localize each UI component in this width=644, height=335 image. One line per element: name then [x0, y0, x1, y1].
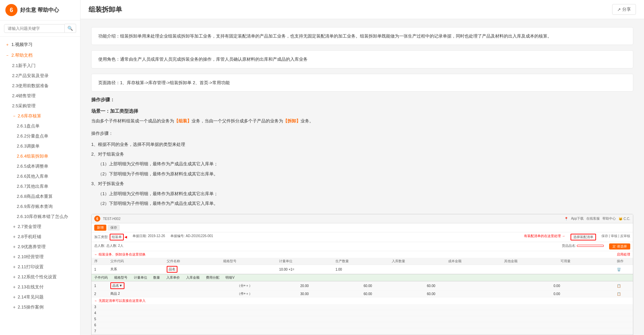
screenshot-container: 6 TEST-H002 📍 App下载 在线客服 帮助中心 🐱 C.C. 新增 … [91, 214, 633, 335]
mini-empty-row-1: 3 [92, 304, 633, 310]
sidebar-item-docs-2-3[interactable]: 2.3使用前数据准备 [0, 81, 80, 91]
mini-menu5: 🐱 C.C. [619, 217, 630, 221]
step2-sub2: （2）下部明细为子件明细，最终作为原材料生成其它出库单。 [98, 170, 633, 178]
search-input[interactable] [4, 24, 65, 33]
step2: 2、对于组装业务 [91, 150, 633, 158]
mini-select-bom: 选择装配清单 [571, 234, 596, 240]
sidebar-item-docs-2-6-8[interactable]: 2.6.8商品成本重算 [0, 191, 80, 202]
mini-tab-save[interactable]: 保存 [108, 225, 120, 231]
search-box: 🔍 [0, 20, 80, 37]
mini-sub-row-1: 1 品名▼ （分+＋） 20.00 60.00 60.00 0.00 📋 [92, 281, 633, 290]
step-list: 1、根据不同的业务，选择不同单据的类型来处理 2、对于组装业务 （1）上部明细为… [91, 141, 633, 208]
mini-brand: TEST-H002 [103, 217, 120, 221]
sidebar-item-docs-2-11[interactable]: ＋ 2.11打印设置 [0, 262, 80, 272]
sidebar-item-docs-2-4[interactable]: 2.4销售管理 [0, 91, 80, 101]
app-name: 好生意 帮助中心 [20, 7, 59, 14]
expand-icon-2-8: ＋ [12, 234, 16, 239]
step2-subs: （1）上部明细为父件明细，最终作为产成品生成其它入库单； （2）下部明细为子件明… [98, 160, 633, 178]
sidebar-item-docs-2-15[interactable]: ＋ 2.15操作案例 [0, 302, 80, 312]
sidebar-item-docs-2-10[interactable]: ＋ 2.10经营管理 [0, 252, 80, 262]
expand-icon-2-12: ＋ [12, 274, 16, 279]
app-logo: 6 [5, 4, 17, 16]
sidebar-item-docs-2-6-4[interactable]: 2.6.4组装拆卸单 [0, 151, 80, 161]
mini-menu1: 📍 [564, 217, 568, 221]
step3: 3、对于拆装业务 [91, 180, 633, 187]
mini-menu3: 在线客服 [586, 216, 600, 221]
nav-tree: ＋ 1.视频学习 － 2.帮助文档 2.1新手入门 2.2产品安装及登录 2.3… [0, 37, 80, 335]
mini-toolbar: 新增 保存 [92, 223, 633, 232]
mini-menu4: 帮助中心 [602, 216, 616, 221]
collapse-icon: － [5, 53, 9, 58]
expand-icon-2-11: ＋ [12, 264, 16, 269]
sidebar-item-docs-2-6-7[interactable]: 2.6.7其他出库单 [0, 181, 80, 191]
sidebar-item-docs-2-13[interactable]: ＋ 2.13在线支付 [0, 282, 80, 292]
expand-icon-2-9: ＋ [12, 244, 16, 249]
page-title: 组装拆卸单 [89, 5, 122, 14]
mini-form-header: 加工类型: 组装单 ◀ 单据日期: 2019-12-26 单据编号: AD-20… [92, 232, 633, 242]
annotation1: 有装配清单的在这里处理 → [524, 234, 565, 240]
mini-menu2: App下载 [571, 216, 584, 221]
mini-table-header: 序 父件代码 父件名称 规格型号 计量单位 生产数量 入库数量 成本金额 其他金… [92, 258, 633, 265]
mini-topbar: 6 TEST-H002 📍 App下载 在线客服 帮助中心 🐱 C.C. [92, 214, 633, 223]
expand-icon: ＋ [5, 42, 9, 48]
mini-tab-new[interactable]: 新增 [94, 225, 106, 231]
annotation-bottom: ← 无固定清单可以直接在这里录入 [92, 297, 633, 304]
sidebar-item-docs-2-1[interactable]: 2.1新手入门 [0, 61, 80, 71]
mini-processing-type: 组装单 [110, 234, 124, 240]
step2-sub1: （1）上部明细为父件明细，最终作为产成品生成其它入库单； [98, 160, 633, 168]
sidebar-item-docs[interactable]: － 2.帮助文档 [0, 50, 80, 61]
expand-icon-2-7: ＋ [12, 224, 16, 229]
mini-ui: 6 TEST-H002 📍 App下载 在线客服 帮助中心 🐱 C.C. 新增 … [92, 214, 633, 335]
expand-icon-2-10: ＋ [12, 254, 16, 259]
topbar: 组装拆卸单 ↗ 分享 [80, 0, 644, 19]
sidebar-item-docs-2-6-10[interactable]: 2.6.10库存账本错了怎么办 [0, 212, 80, 222]
sidebar-item-docs-2-14[interactable]: ＋ 2.14常见问题 [0, 292, 80, 302]
mini-type-arrow: ◀ [124, 235, 127, 239]
step3-sub1: （1）上部明细为父件明细，最终作为原材料生成其它出库单； [98, 190, 633, 198]
mini-empty-row-4: 6 [92, 322, 633, 328]
mini-form-header2: 总人数: 总人数: 2人 货品品名: 定 请选择 [92, 242, 633, 251]
sidebar-item-docs-2-7[interactable]: ＋ 2.7资金管理 [0, 222, 80, 232]
sidebar-item-docs-2-6-9[interactable]: 2.6.9库存账本查询 [0, 202, 80, 212]
mini-logo: 6 [94, 216, 100, 222]
share-button[interactable]: ↗ 分享 [612, 4, 636, 15]
mini-empty-row-2: 4 [92, 310, 633, 316]
role-block: 使用角色：通常由生产人员或库管人员完成拆装业务的操作，库管人员确认原材料的出库和… [91, 50, 633, 68]
ops-title: 操作步骤： [91, 97, 633, 103]
search-button[interactable]: 🔍 [65, 24, 76, 33]
step3-sub2: （2）下部明细为子件明细，最终作为产成品生成其它入库单。 [98, 200, 633, 207]
sidebar-item-docs-2-6-2[interactable]: 2.6.2分量盘点单 [0, 131, 80, 141]
mini-sub-row-2: 2 商品 2 （件+＋） 30.00 60.00 60.00 0.00 📋 [92, 290, 633, 297]
sidebar-item-video[interactable]: ＋ 1.视频学习 [0, 39, 80, 50]
sidebar-item-docs-2-6-6[interactable]: 2.6.6其他入库单 [0, 171, 80, 181]
expand-icon-2-15: ＋ [12, 304, 16, 310]
collapse-icon-2-6: － [12, 113, 16, 118]
mini-empty-row-5: 7 [92, 328, 633, 334]
ops-section: 操作步骤： 场景一：加工类型选择 当由多个子件材料组装成一个成品的业务为【组装】… [91, 97, 633, 335]
sidebar-item-docs-2-9[interactable]: ＋ 2.9优惠券管理 [0, 242, 80, 252]
share-icon: ↗ [617, 7, 621, 12]
mini-table-row-1: 1 关系 品名 10.00 +1= 1.00 🗑️ [92, 265, 633, 274]
sidebar-item-docs-2-6[interactable]: － 2.6库存核算 [0, 111, 80, 121]
mini-sub-cell-red: 品名▼ [110, 282, 124, 289]
step3-subs: （1）上部明细为父件明细，最终作为原材料生成其它出库单； （2）下部明细为子件明… [98, 190, 633, 208]
sidebar: 6 好生意 帮助中心 🔍 ＋ 1.视频学习 － 2.帮助文档 2.1新手入门 2… [0, 0, 80, 335]
sidebar-item-docs-2-6-5[interactable]: 2.6.5成本调整单 [0, 161, 80, 171]
mini-cell-red: 品名 [167, 266, 177, 273]
sidebar-item-docs-2-5[interactable]: 2.5采购管理 [0, 101, 80, 111]
sidebar-item-docs-2-2[interactable]: 2.2产品安装及登录 [0, 71, 80, 81]
main-area: 组装拆卸单 ↗ 分享 功能介绍：组装拆卸单用来处理企业组装或拆卸等加工业务，支持… [80, 0, 644, 335]
path-block: 页面路径：1、库存核算->库存管理->组装拆卸单 2、首页->常用功能 [91, 74, 633, 92]
expand-icon-2-13: ＋ [12, 284, 16, 289]
mini-goods-input [577, 245, 604, 247]
sidebar-item-docs-2-6-1[interactable]: 2.6.1盘点单 [0, 121, 80, 131]
annotation3: ← 组装业务、拆卸业务在这里切换 [94, 252, 146, 257]
annotation-row: ← 组装业务、拆卸业务在这里切换 启用处理 [92, 251, 633, 258]
sidebar-item-docs-2-8[interactable]: ＋ 2.8手机旺铺 [0, 232, 80, 242]
mini-confirm-btn: 定 请选择 [609, 243, 630, 249]
sidebar-item-docs-2-6-3[interactable]: 2.6.3调拨单 [0, 141, 80, 151]
mini-empty-row-3: 5 [92, 316, 633, 322]
content-area: 功能介绍：组装拆卸单用来处理企业组装或拆卸等加工业务，支持有固定装配清单的产品加… [80, 19, 644, 335]
sidebar-item-docs-2-12[interactable]: ＋ 2.12系统个性化设置 [0, 272, 80, 282]
mini-sub-table-header: 子件代码 规格型号 计量单位 数量 入库单价 入库金额 费用分配 明细V [92, 274, 633, 281]
